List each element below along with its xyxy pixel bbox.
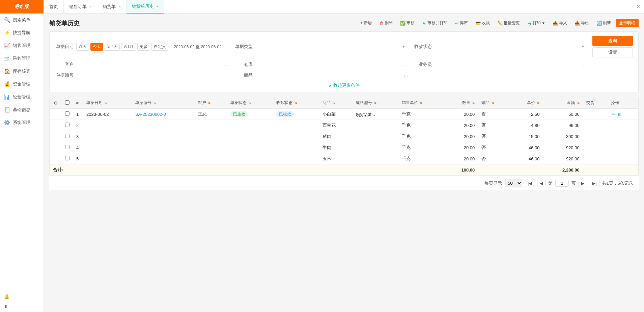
col-collectstatus-header[interactable]: 收款状态 ⇅ bbox=[273, 97, 319, 109]
page-number-input[interactable] bbox=[555, 180, 569, 187]
table-gear-icon[interactable]: ⚙ bbox=[54, 100, 58, 106]
tab-sales-goods-close[interactable]: × bbox=[118, 5, 120, 9]
warehouse-dots-icon[interactable]: ... bbox=[404, 62, 408, 67]
row-checkbox-cell[interactable] bbox=[62, 120, 73, 131]
row-checkbox-cell[interactable] bbox=[62, 142, 73, 153]
tab-sales-order-close[interactable]: × bbox=[89, 5, 91, 9]
last-page-btn[interactable]: ▶| bbox=[590, 180, 599, 187]
add-icon: + bbox=[357, 21, 359, 26]
select-all-checkbox[interactable] bbox=[65, 100, 69, 105]
col-customer-header[interactable]: 客户 ⇅ bbox=[195, 97, 227, 109]
abandon-button[interactable]: ↩ 弃审 bbox=[452, 19, 471, 27]
sidebar-item-basic-info[interactable]: 📋 基础信息 bbox=[0, 103, 44, 116]
ops-编辑-btn[interactable]: ✏ bbox=[612, 112, 615, 117]
tab-home[interactable]: 首页 bbox=[44, 0, 64, 14]
row-checkbox[interactable] bbox=[65, 123, 69, 127]
sidebar-item-inventory[interactable]: 🏠 库存核算 bbox=[0, 65, 44, 78]
refresh-button[interactable]: 🔄 刷新 bbox=[594, 19, 614, 27]
filter-doctype-select[interactable]: ▼ bbox=[255, 43, 408, 50]
sidebar-item-finance[interactable]: 💰 资金管理 bbox=[0, 78, 44, 90]
col-docstatus-header[interactable]: 单据状态 ⇅ bbox=[227, 97, 273, 109]
filter-doctype-label: 单据类型 bbox=[234, 44, 253, 50]
date-btn-1month[interactable]: 近1月 bbox=[121, 43, 136, 51]
sidebar-item-operation[interactable]: 📊 经营管理 bbox=[0, 90, 44, 103]
import-button[interactable]: 📥 导入 bbox=[550, 19, 570, 27]
date-btn-today[interactable]: 今天 bbox=[90, 43, 103, 51]
collapse-button[interactable]: ∧ 收起更多条件 bbox=[55, 82, 633, 88]
audit-print-button[interactable]: 🖨 审核并打印 bbox=[419, 19, 450, 27]
close-all-tabs[interactable]: × bbox=[633, 4, 644, 10]
first-page-btn[interactable]: |◀ bbox=[525, 180, 534, 187]
next-page-btn[interactable]: ▶ bbox=[579, 180, 587, 187]
col-gift-header[interactable]: 赠品 ⇅ bbox=[478, 97, 510, 109]
row-checkbox-cell[interactable] bbox=[62, 131, 73, 142]
col-unit-header[interactable]: 销售单位 ⇅ bbox=[398, 97, 444, 109]
row-docno bbox=[132, 131, 195, 142]
delete-button[interactable]: 🗑 删除 bbox=[376, 19, 395, 27]
export-button[interactable]: 📤 导出 bbox=[572, 19, 592, 27]
query-button[interactable]: 查询 bbox=[592, 36, 633, 46]
filter-collect-select[interactable]: ▼ bbox=[435, 43, 587, 50]
row-docstatus bbox=[227, 131, 273, 142]
collect-button[interactable]: 💳 收款 bbox=[473, 19, 493, 27]
col-goods-header[interactable]: 商品 ⇅ bbox=[319, 97, 353, 109]
sidebar-item-label: 搜索菜单 bbox=[13, 17, 30, 23]
add-button[interactable]: + + 新增 bbox=[354, 19, 374, 27]
date-btn-custom[interactable]: 自定义 bbox=[151, 43, 168, 51]
money-icon: 💰 bbox=[4, 81, 10, 87]
filter-docno-input[interactable] bbox=[76, 72, 171, 79]
tab-sales-goods[interactable]: 销货单 × bbox=[97, 0, 126, 14]
row-checkbox[interactable] bbox=[65, 134, 69, 138]
col-checkbox-header[interactable] bbox=[62, 97, 73, 109]
filter-customer-input[interactable] bbox=[76, 61, 222, 68]
col-spec-header[interactable]: 规格型号 ⇅ bbox=[353, 97, 398, 109]
filter-salesperson-input[interactable] bbox=[435, 61, 580, 68]
page-size-select[interactable]: 50 100 200 bbox=[505, 179, 522, 187]
goods-dots-icon[interactable]: ... bbox=[404, 73, 408, 78]
show-detail-button[interactable]: 显示明细 bbox=[616, 19, 639, 27]
row-trade bbox=[583, 120, 608, 131]
summary-qty: 100.00 bbox=[444, 164, 478, 176]
sidebar-item-label: 基础信息 bbox=[13, 107, 30, 113]
setting-button[interactable]: 设置 bbox=[592, 47, 633, 57]
audit-button[interactable]: ✅ 审核 bbox=[397, 19, 417, 27]
sidebar-item-sales-mgmt[interactable]: 📈 销售管理 bbox=[0, 39, 44, 52]
sidebar-bottom-btn2[interactable]: ⏸ bbox=[0, 302, 44, 312]
col-amount-header[interactable]: 金额 ⇅ bbox=[543, 97, 583, 109]
print-button[interactable]: 🖨 打印 ▼ bbox=[525, 19, 548, 27]
row-docno: SA-20230602-0 bbox=[132, 109, 195, 120]
row-checkbox[interactable] bbox=[65, 156, 69, 160]
row-trade bbox=[583, 109, 608, 120]
sidebar-bottom-btn1[interactable]: 🔔 bbox=[0, 291, 44, 302]
tab-sales-order[interactable]: 销售订单 × bbox=[64, 0, 97, 14]
batch-label: 批量变更 bbox=[504, 20, 520, 26]
ops-删除-btn[interactable]: 🗑 bbox=[617, 112, 621, 117]
salesperson-dots-icon[interactable]: ... bbox=[583, 62, 587, 67]
row-checkbox-cell[interactable] bbox=[62, 153, 73, 164]
date-btn-yesterday[interactable]: 昨天 bbox=[76, 43, 89, 51]
col-date-header[interactable]: 单据日期 ⇅ bbox=[83, 97, 132, 109]
tab-sales-history[interactable]: 销货单历史 × bbox=[127, 0, 164, 14]
col-price-header[interactable]: 单价 ⇅ bbox=[510, 97, 543, 109]
sidebar-item-label: 采购管理 bbox=[13, 55, 30, 61]
prev-page-btn[interactable]: ◀ bbox=[537, 180, 545, 187]
row-checkbox[interactable] bbox=[65, 145, 69, 149]
col-settings-header[interactable]: ⚙ bbox=[50, 97, 62, 109]
row-checkbox-cell[interactable] bbox=[62, 109, 73, 120]
sidebar-item-search-menu[interactable]: 🔍 搜索菜单 bbox=[0, 14, 44, 26]
sidebar-item-purchase-mgmt[interactable]: 🛒 采购管理 bbox=[0, 52, 44, 65]
batch-change-button[interactable]: ✏️ 批量变更 bbox=[495, 19, 523, 27]
date-btn-more[interactable]: 更多 bbox=[137, 43, 150, 51]
sidebar-item-sys-mgmt[interactable]: ⚙️ 系统管理 bbox=[0, 116, 44, 129]
filter-warehouse-input[interactable] bbox=[255, 61, 401, 68]
col-qty-header[interactable]: 数量 ⇅ bbox=[444, 97, 478, 109]
tab-sales-history-close[interactable]: × bbox=[157, 4, 159, 8]
date-btn-7days[interactable]: 近7天 bbox=[105, 43, 120, 51]
row-checkbox[interactable] bbox=[65, 111, 69, 116]
data-table-container: ⚙ # 单据日期 ⇅ 单据编号 ⇅ bbox=[49, 97, 639, 176]
filter-goods-input[interactable] bbox=[255, 72, 401, 79]
row-amount: 50.00 bbox=[543, 109, 583, 120]
customer-dots-icon[interactable]: ... bbox=[225, 62, 229, 67]
sidebar-item-quick-nav[interactable]: ⚡ 快捷导航 bbox=[0, 26, 44, 39]
col-docno-header[interactable]: 单据编号 ⇅ bbox=[132, 97, 195, 109]
